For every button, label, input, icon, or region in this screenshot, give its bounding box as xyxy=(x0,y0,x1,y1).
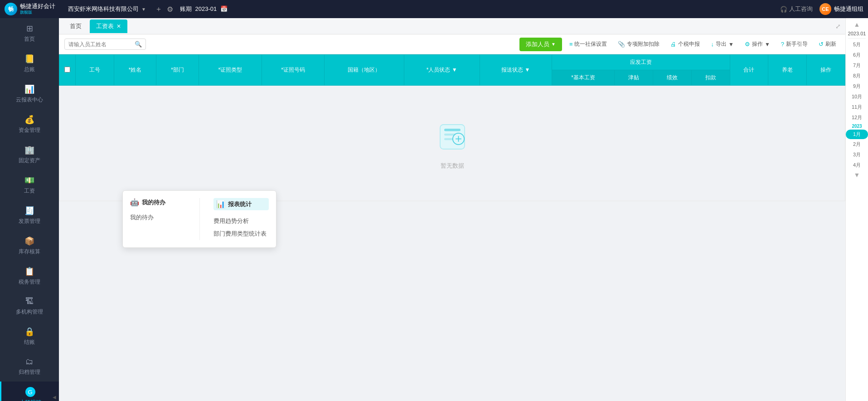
status-filter-icon[interactable]: ▼ xyxy=(452,67,457,73)
ledger-icon: 📒 xyxy=(24,54,34,64)
popup-item-dept-expense[interactable]: 部门费用类型统计表 xyxy=(213,227,269,240)
svg-rect-1 xyxy=(444,129,461,131)
popup-col-reports: 📊 报表统计 费用趋势分析 部门费用类型统计表 xyxy=(213,198,269,240)
th-allowance: 津贴 xyxy=(615,70,653,86)
month-10[interactable]: 10月 xyxy=(846,92,868,102)
sidebar-label-xiaochang: 小畅报销 xyxy=(19,399,41,401)
th-report-status: 报送状态 ▼ xyxy=(480,55,552,86)
month-12[interactable]: 12月 xyxy=(846,112,868,123)
newguide-toolbar-icon: ? xyxy=(781,41,784,48)
popup-item-my-todo[interactable]: 我的待办 xyxy=(130,211,186,224)
deduct-btn[interactable]: 📎 专项附加扣除 xyxy=(614,39,663,50)
company-name: 西安虾米网络科技有限公司 xyxy=(68,5,139,13)
search-icon[interactable]: 🔍 xyxy=(135,41,142,48)
add-icon[interactable]: ＋ xyxy=(155,5,162,14)
month-2[interactable]: 2月 xyxy=(846,139,868,150)
sidebar-item-funds[interactable]: 💰 资金管理 xyxy=(0,109,59,140)
th-operate: 操作 xyxy=(807,55,845,86)
th-deduction: 扣款 xyxy=(691,70,730,86)
sidebar-item-xiaochang[interactable]: G 小畅报销 ◀ xyxy=(0,382,59,401)
tax-icon: 📋 xyxy=(24,266,34,276)
social-setting-btn[interactable]: ≡ 统一社保设置 xyxy=(566,39,611,50)
year-2023-label: 2023 xyxy=(852,124,862,129)
search-box: 🔍 xyxy=(64,39,146,50)
th-name: *姓名 xyxy=(114,55,156,86)
export-icon: ↓ xyxy=(711,41,714,48)
th-performance: 绩效 xyxy=(653,70,692,86)
month-3[interactable]: 3月 xyxy=(846,150,868,160)
month-4[interactable]: 4月 xyxy=(846,160,868,170)
right-panel-down-arrow[interactable]: ▼ xyxy=(854,170,860,179)
tab-salary[interactable]: 工资表 ✕ xyxy=(90,19,127,33)
headset-icon: 🎧 xyxy=(780,6,787,13)
logo-area: 畅 畅捷通好会计 旗舰版 xyxy=(5,3,63,16)
right-panel-up-arrow[interactable]: ▲ xyxy=(854,20,860,29)
refresh-btn[interactable]: ↺ 刷新 xyxy=(815,39,840,50)
operate-icon: ⚙ xyxy=(745,41,750,48)
closing-icon: 🔒 xyxy=(24,327,34,337)
sidebar-item-ledger[interactable]: 📒 总账 xyxy=(0,48,59,79)
popup-col-todo: 🤖 我的待办 我的待办 xyxy=(130,198,186,240)
th-id-type: *证照类型 xyxy=(199,55,262,86)
company-selector[interactable]: 西安虾米网络科技有限公司 ▼ xyxy=(63,5,150,13)
app-name: 畅捷通好会计 旗舰版 xyxy=(20,3,55,16)
salary-icon: 💵 xyxy=(24,175,34,185)
maximize-icon[interactable]: ⤢ xyxy=(835,23,841,30)
sidebar-item-reports[interactable]: 📊 云报表中心 xyxy=(0,79,59,109)
export-btn[interactable]: ↓ 导出 ▼ xyxy=(707,39,737,50)
tax-report-btn[interactable]: 🖨 个税申报 xyxy=(667,39,703,50)
select-all-th[interactable] xyxy=(59,55,76,86)
funds-icon: 💰 xyxy=(24,115,34,125)
sidebar-item-home[interactable]: ⊞ 首页 xyxy=(0,18,59,48)
archive-icon: 🗂 xyxy=(25,357,34,367)
popup-section: 🤖 我的待办 我的待办 📊 报表统计 费用趋势分析 xyxy=(130,198,269,240)
sidebar-item-invoices[interactable]: 🧾 发票管理 xyxy=(0,200,59,231)
sidebar-label-ledger: 总账 xyxy=(24,66,35,73)
operate-btn[interactable]: ⚙ 操作 ▼ xyxy=(741,39,774,50)
tax-report-icon: 🖨 xyxy=(670,41,676,48)
sidebar-label-funds: 资金管理 xyxy=(19,126,40,134)
tab-home[interactable]: 首页 xyxy=(63,19,88,33)
assets-icon: 🏢 xyxy=(24,145,34,155)
report-filter-icon[interactable]: ▼ xyxy=(525,67,530,73)
newguide-btn[interactable]: ? 新手引导 xyxy=(777,39,811,50)
dropdown-popup: 🤖 我的待办 我的待办 📊 报表统计 费用趋势分析 xyxy=(122,190,276,248)
select-all-checkbox[interactable] xyxy=(64,67,70,72)
sidebar-item-multi[interactable]: 🏗 多机构管理 xyxy=(0,291,59,321)
search-input[interactable] xyxy=(68,41,132,48)
month-8[interactable]: 8月 xyxy=(846,71,868,81)
month-6[interactable]: 6月 xyxy=(846,50,868,60)
sidebar-item-tax[interactable]: 📋 税务管理 xyxy=(0,261,59,291)
sidebar-item-archive[interactable]: 🗂 归档管理 xyxy=(0,352,59,382)
th-nationality: 国籍（地区） xyxy=(325,55,404,86)
th-status: *人员状态 ▼ xyxy=(404,55,480,86)
settings-icon[interactable]: ⚙ xyxy=(167,5,173,14)
sidebar-item-salary[interactable]: 💵 工资 xyxy=(0,170,59,200)
period-calendar-icon[interactable]: 📅 xyxy=(220,5,228,12)
month-5[interactable]: 5月 xyxy=(846,39,868,50)
user-menu[interactable]: CE 畅捷通组组 xyxy=(820,3,863,15)
add-person-button[interactable]: 添加人员 ▼ xyxy=(519,38,562,51)
reports-icon: 📊 xyxy=(24,84,34,94)
month-11[interactable]: 11月 xyxy=(846,102,868,112)
empty-state-cell: 暂无数据 xyxy=(59,86,845,201)
support-btn[interactable]: 🎧 人工咨询 xyxy=(780,5,813,13)
tab-bar: 首页 工资表 ✕ ⤢ xyxy=(59,18,845,34)
sidebar-item-closing[interactable]: 🔒 结账 xyxy=(0,321,59,352)
sidebar-label-multi: 多机构管理 xyxy=(16,308,43,316)
month-9[interactable]: 9月 xyxy=(846,81,868,92)
sidebar-label-tax: 税务管理 xyxy=(19,278,40,286)
empty-text: 暂无数据 xyxy=(441,162,464,170)
avatar: CE xyxy=(820,3,831,15)
month-1[interactable]: 1月 xyxy=(846,130,868,139)
th-id-number: *证照号码 xyxy=(262,55,325,86)
salary-table: 工号 *姓名 *部门 *证照类型 *证照号码 国籍（地区） *人员状态 ▼ 报送… xyxy=(59,54,845,201)
empty-state: 暂无数据 xyxy=(64,89,840,197)
tab-close-icon[interactable]: ✕ xyxy=(116,23,121,29)
sidebar-item-assets[interactable]: 🏢 固定资产 xyxy=(0,140,59,170)
popup-item-expense-trend[interactable]: 费用趋势分析 xyxy=(213,215,269,227)
month-7[interactable]: 7月 xyxy=(846,60,868,71)
sidebar-item-inventory[interactable]: 📦 库存核算 xyxy=(0,231,59,261)
content-area: 首页 工资表 ✕ ⤢ 🔍 添加人员 ▼ ≡ xyxy=(59,18,845,401)
xiaochang-icon: G xyxy=(25,387,35,397)
